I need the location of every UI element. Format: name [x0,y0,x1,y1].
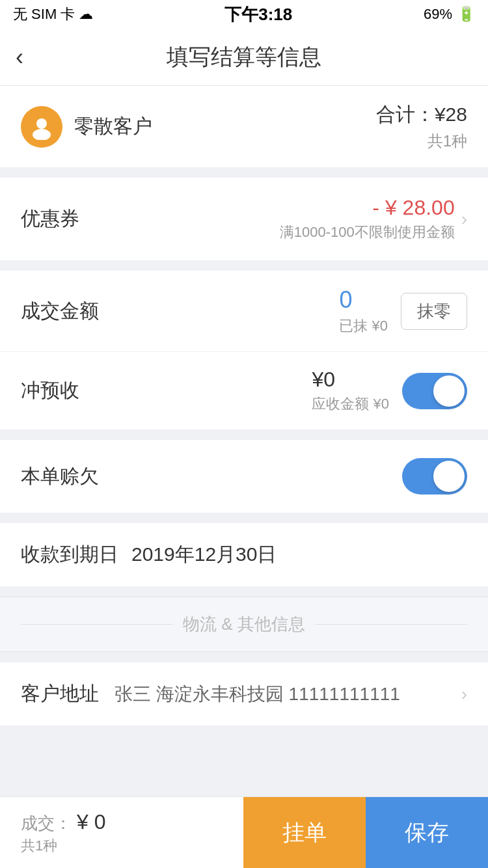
bottom-deal-amount: ¥ 0 [77,810,105,834]
round-zero-button[interactable]: 抹零 [401,293,467,330]
nav-bar: ‹ 填写结算等信息 [0,29,488,86]
customer-name: 零散客户 [74,113,152,140]
svg-point-1 [33,129,51,140]
due-date-value: 2019年12月30日 [131,541,277,568]
transaction-amount-label: 成交金额 [21,298,99,325]
transaction-amount-row: 成交金额 0 已抹 ¥0 抹零 [0,271,488,352]
transaction-amount-right: 0 已抹 ¥0 抹零 [339,286,467,336]
address-label: 客户地址 [21,681,99,707]
prepaid-toggle[interactable] [402,373,467,409]
bottom-buttons: 挂单 保存 [243,797,488,868]
coupon-label: 优惠券 [21,206,79,232]
bottom-deal-label: 成交： [21,812,72,835]
address-chevron-icon: › [461,684,467,705]
coupon-discount: - ¥ 28.00 [280,196,455,220]
debt-toggle[interactable] [402,458,467,495]
page-title: 填写结算等信息 [167,42,321,72]
status-time: 下午3:18 [224,3,292,26]
debt-label: 本单赊欠 [21,463,99,490]
customer-total: 合计：¥28 共1种 [376,102,467,152]
prepaid-amount-value: ¥0 [312,368,389,392]
debt-toggle-circle [433,461,465,492]
transaction-section: 成交金额 0 已抹 ¥0 抹零 冲预收 ¥0 应收金额 ¥0 [0,271,488,429]
prepaid-right: ¥0 应收金额 ¥0 [312,368,467,414]
battery-icon: 🔋 [457,6,475,23]
customer-info: 零散客户 [21,106,152,148]
debt-section: 本单赊欠 [0,440,488,513]
toggle-circle [433,375,465,407]
due-date-section: 收款到期日 2019年12月30日 [0,523,488,586]
logistics-header: 物流 & 其他信息 [0,597,488,652]
customer-row: 零散客户 合计：¥28 共1种 [0,86,488,167]
svg-point-0 [36,118,47,129]
customer-avatar [21,106,62,148]
hold-order-button[interactable]: 挂单 [243,797,366,868]
status-right: 69% 🔋 [424,6,475,23]
save-button[interactable]: 保存 [366,797,488,868]
bottom-count: 共1种 [21,836,223,856]
total-count: 共1种 [376,131,467,152]
address-value: 张三 海淀永丰科技园 11111111111 [115,682,461,707]
bottom-bar: 成交： ¥ 0 共1种 挂单 保存 [0,796,488,868]
back-button[interactable]: ‹ [16,44,23,71]
already-rounded-text: 已抹 ¥0 [339,316,388,336]
prepaid-row: 冲预收 ¥0 应收金额 ¥0 [0,352,488,429]
transaction-amount-value: 0 [339,286,388,314]
no-sim-text: 无 SIM 卡 ☁ [13,5,93,24]
chevron-right-icon: › [461,209,467,230]
prepaid-label: 冲预收 [21,377,99,404]
coupon-row[interactable]: 优惠券 - ¥ 28.00 满1000-100不限制使用金额 › [0,178,488,260]
address-row[interactable]: 客户地址 张三 海淀永丰科技园 11111111111 › [0,662,488,726]
bottom-info: 成交： ¥ 0 共1种 [0,810,243,856]
due-date-label: 收款到期日 [21,541,118,568]
logistics-title: 物流 & 其他信息 [183,613,305,636]
status-bar: 无 SIM 卡 ☁ 下午3:18 69% 🔋 [0,0,488,29]
coupon-description: 满1000-100不限制使用金额 [280,223,455,242]
total-amount: 合计：¥28 [376,102,467,128]
prepaid-receivable: 应收金额 ¥0 [312,394,389,414]
coupon-right: - ¥ 28.00 满1000-100不限制使用金额 › [280,196,467,242]
battery-text: 69% [424,6,452,23]
status-left: 无 SIM 卡 ☁ [13,5,93,24]
